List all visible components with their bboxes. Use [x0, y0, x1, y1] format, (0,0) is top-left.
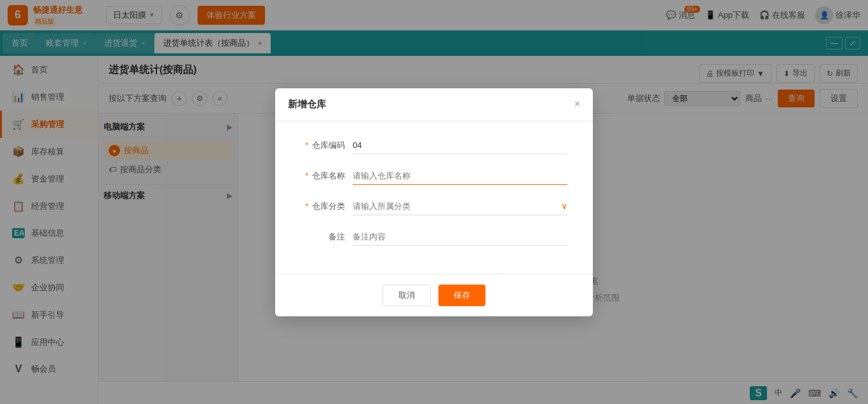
- remark-label: 备注: [301, 231, 345, 243]
- modal-title: 新增仓库: [288, 98, 326, 111]
- warehouse-code-input[interactable]: [353, 137, 567, 154]
- warehouse-category-row: * 仓库分类 ∨: [301, 198, 567, 215]
- category-chevron-down-icon: ∨: [561, 201, 567, 211]
- modal-close-button[interactable]: ×: [574, 98, 580, 110]
- warehouse-name-input[interactable]: [353, 167, 567, 185]
- warehouse-category-label: * 仓库分类: [301, 201, 345, 212]
- modal-overlay[interactable]: 新增仓库 × * 仓库编码 * 仓库名称: [0, 0, 868, 404]
- save-button[interactable]: 保存: [438, 285, 485, 306]
- warehouse-code-label: * 仓库编码: [301, 140, 345, 151]
- warehouse-code-row: * 仓库编码: [301, 137, 567, 154]
- warehouse-category-input[interactable]: [353, 198, 561, 215]
- remark-row: 备注: [301, 228, 567, 246]
- remark-input[interactable]: [353, 228, 567, 246]
- modal-footer: 取消 保存: [275, 274, 593, 316]
- cancel-button[interactable]: 取消: [383, 285, 431, 306]
- warehouse-category-select-wrap[interactable]: ∨: [353, 198, 567, 215]
- modal-header: 新增仓库 ×: [275, 88, 593, 121]
- warehouse-name-label: * 仓库名称: [301, 170, 345, 182]
- warehouse-name-row: * 仓库名称: [301, 167, 567, 185]
- modal-body: * 仓库编码 * 仓库名称 * 仓库分类: [275, 121, 593, 274]
- new-warehouse-modal: 新增仓库 × * 仓库编码 * 仓库名称: [275, 88, 593, 316]
